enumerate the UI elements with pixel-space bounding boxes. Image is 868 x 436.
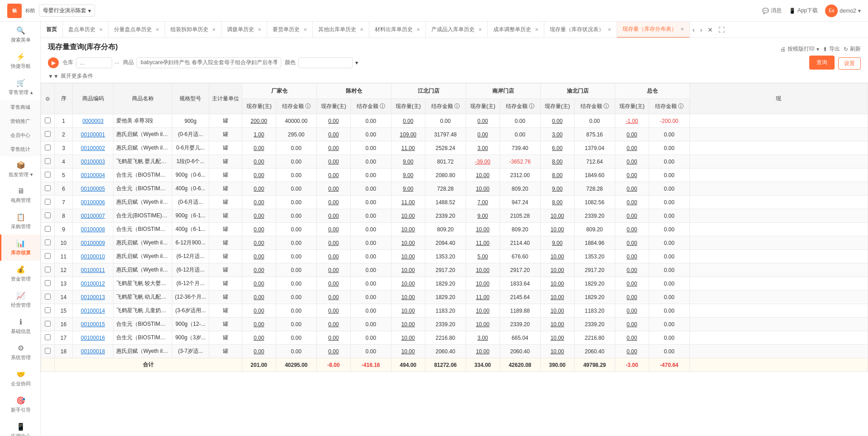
sidebar-item-wholesale[interactable]: 📦 批发管理 ▾ [0, 156, 40, 183]
row-check-15[interactable] [45, 321, 51, 327]
user-menu[interactable]: Ea demo2 ▾ [825, 5, 861, 17]
warehouse-input[interactable] [76, 57, 112, 68]
row-check-14[interactable] [45, 307, 51, 313]
tab-next-btn[interactable]: › [698, 26, 705, 33]
tab-material-out[interactable]: 材料出库单历史 ✕ [369, 22, 426, 38]
tab-close-cost-adjust[interactable]: ✕ [535, 27, 538, 32]
row-checkbox-7[interactable] [41, 209, 55, 223]
row-check-10[interactable] [45, 253, 51, 259]
settings-btn[interactable]: 设置 [838, 57, 861, 70]
refresh-btn[interactable]: ↻ 刷新 [844, 45, 861, 53]
row-check-16[interactable] [45, 334, 51, 340]
sidebar-item-nav[interactable]: ⚡ 快捷导航 [0, 48, 40, 74]
tab-close-stock-status[interactable]: ✕ [608, 27, 611, 32]
sidebar-item-operations[interactable]: 📈 经营管理 [0, 287, 40, 313]
row-check-3[interactable] [45, 158, 51, 164]
row-checkbox-9[interactable] [41, 236, 55, 250]
row-checkbox-13[interactable] [41, 291, 55, 304]
row-yubei-amt-13: 1829.20 [574, 291, 615, 304]
tab-prev-btn[interactable]: ‹ [690, 26, 698, 33]
tab-close-all-btn[interactable]: ✕ [705, 26, 716, 33]
row-check-5[interactable] [45, 185, 51, 191]
row-check-8[interactable] [45, 226, 51, 232]
tab-close-bundle[interactable]: ✕ [212, 27, 216, 32]
row-checkbox-15[interactable] [41, 318, 55, 331]
row-checkbox-16[interactable] [41, 331, 55, 345]
row-checkbox-12[interactable] [41, 277, 55, 291]
row-check-0[interactable] [45, 117, 51, 123]
tab-split-count[interactable]: 分量盘点单历史 ✕ [108, 22, 165, 38]
row-checkbox-3[interactable] [41, 155, 55, 169]
tab-home[interactable]: 首页 [41, 22, 63, 38]
app-download-btn[interactable]: 📱 App下载 [789, 7, 818, 14]
product-input[interactable] [137, 57, 281, 68]
tab-close-purchase[interactable]: ✕ [303, 27, 307, 32]
sidebar-item-ecommerce[interactable]: 🖥 电商管理 [0, 183, 40, 208]
sidebar-item-enterprise[interactable]: 🤝 企业协同 [0, 366, 40, 392]
sidebar-item-retail-stats[interactable]: 零售统计 [0, 142, 40, 156]
print-btn[interactable]: 🖨 按模版打印 ▾ [780, 45, 819, 53]
row-checkbox-1[interactable] [41, 128, 55, 141]
sidebar-item-system[interactable]: ⚙ 系统管理 [0, 339, 40, 366]
row-checkbox-2[interactable] [41, 141, 55, 155]
tab-close-product-in[interactable]: ✕ [478, 27, 482, 32]
tab-close-other-out[interactable]: ✕ [360, 27, 363, 32]
tab-inventory-count[interactable]: 盘点单历史 ✕ [63, 22, 108, 38]
sidebar-item-retail-store[interactable]: 零售商城 [0, 100, 40, 114]
row-check-11[interactable] [45, 267, 51, 272]
row-checkbox-0[interactable] [41, 114, 55, 128]
sidebar-item-purchase[interactable]: 📋 采购管理 [0, 208, 40, 234]
row-checkbox-17[interactable] [41, 345, 55, 358]
row-checkbox-8[interactable] [41, 223, 55, 236]
sidebar-item-member[interactable]: 会员中心 [0, 128, 40, 142]
row-check-9[interactable] [45, 239, 51, 245]
sidebar-item-guide[interactable]: 🎯 新手引导 [0, 392, 40, 418]
tab-close-transfer[interactable]: ✕ [258, 27, 261, 32]
row-checkbox-5[interactable] [41, 182, 55, 196]
tab-other-out[interactable]: 其他出库单历史 ✕ [313, 22, 369, 38]
tab-close-inventory-count[interactable]: ✕ [99, 27, 103, 32]
row-check-12[interactable] [45, 280, 51, 286]
expand-btn[interactable]: ▼▼ 展开更多条件 [48, 72, 93, 80]
row-checkbox-14[interactable] [41, 304, 55, 318]
tab-expand-btn[interactable]: ⛶ [716, 26, 727, 33]
row-spec-5: 400g（0-6... [172, 182, 209, 196]
search-btn[interactable]: 查询 [809, 56, 835, 70]
row-checkbox-6[interactable] [41, 196, 55, 209]
row-check-6[interactable] [45, 199, 51, 205]
message-btn[interactable]: 💬 消息 [762, 7, 782, 14]
sidebar-item-inventory[interactable]: 📊 库存核算 [0, 234, 40, 261]
sidebar-item-finance[interactable]: 💰 资金管理 [0, 261, 40, 287]
tab-bundle[interactable]: 组装拆卸单历史 ✕ [165, 22, 222, 38]
company-selector[interactable]: 母婴行业演示陈套 ▾ [39, 5, 95, 17]
export-btn[interactable]: ⬆ 导出 [823, 45, 840, 53]
sidebar-item-apps[interactable]: 📱 应用中心 [0, 418, 40, 436]
sidebar-item-retail[interactable]: 🛒 零售管理 ▴ [0, 74, 40, 100]
row-checkbox-4[interactable] [41, 169, 55, 182]
tab-stock-status[interactable]: 现存量（库存状况表） ✕ [544, 22, 617, 38]
gear-icon[interactable]: ⚙ [45, 96, 50, 102]
tab-cost-adjust[interactable]: 成本调整单历史 ✕ [488, 22, 544, 38]
tab-close-material-out[interactable]: ✕ [416, 27, 420, 32]
tab-purchase[interactable]: 要货单历史 ✕ [267, 22, 313, 38]
tab-close-stock-dist[interactable]: ✕ [680, 27, 684, 32]
row-check-17[interactable] [45, 348, 51, 354]
row-check-13[interactable] [45, 294, 51, 300]
warehouse-more[interactable]: ··· [115, 60, 119, 66]
row-check-7[interactable] [45, 212, 51, 218]
row-check-2[interactable] [45, 145, 51, 150]
collapse-btn[interactable]: ▶ [48, 57, 59, 68]
tab-transfer[interactable]: 调拨单历史 ✕ [222, 22, 267, 38]
sidebar-item-basic[interactable]: ℹ 基础信息 [0, 313, 40, 339]
row-checkbox-10[interactable] [41, 250, 55, 263]
row-checkbox-11[interactable] [41, 263, 55, 277]
row-chencun-amt-3: 0.00 [350, 155, 391, 169]
tab-stock-dist[interactable]: 现存量（库存分布表） ✕ [617, 22, 690, 38]
row-check-4[interactable] [45, 172, 51, 178]
tab-close-split[interactable]: ✕ [156, 27, 159, 32]
color-input[interactable] [298, 57, 353, 68]
sidebar-item-marketing[interactable]: 营销推广 [0, 114, 40, 128]
sidebar-item-search[interactable]: 🔍 搜索英单 [0, 22, 40, 48]
row-check-1[interactable] [45, 131, 51, 137]
tab-product-in[interactable]: 产成品入库单历史 ✕ [426, 22, 488, 38]
